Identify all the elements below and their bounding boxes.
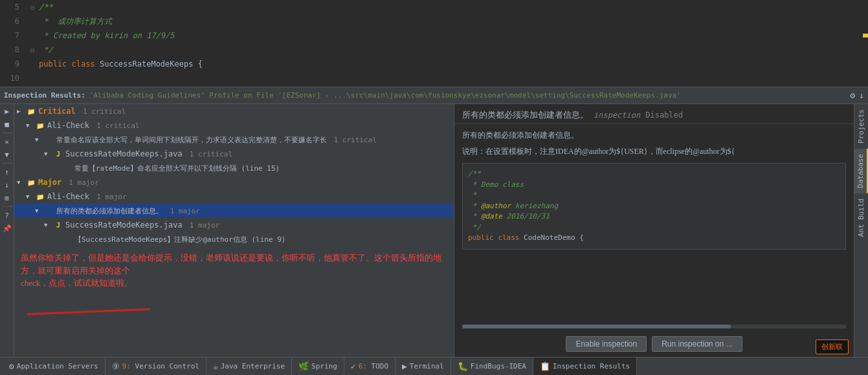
version-control-icon: ⑨ xyxy=(112,361,120,371)
findbugs-icon: 🐛 xyxy=(458,361,468,371)
tree-arrow-java-critical: ▼ xyxy=(44,151,53,157)
detail-header: 所有的类都必须添加创建者信息。 inspection Disabled xyxy=(454,104,854,124)
tree-arrow-java-major: ▼ xyxy=(44,222,53,228)
help-button[interactable]: ? xyxy=(1,209,13,221)
tree-item-class-info[interactable]: ▼ 所有的类都必须添加创建者信息。 1 major xyxy=(14,204,454,218)
inspection-results-label: Inspection Results xyxy=(553,362,630,370)
folder-icon-ali-critical: 📁 xyxy=(35,120,45,131)
inspection-profile-text: 'Alibaba Coding Guidelines' Profile on F… xyxy=(89,91,847,100)
tree-arrow-ali-major: ▼ xyxy=(26,193,35,200)
bottom-tab-inspection-results[interactable]: 📋 Inspection Results xyxy=(533,358,637,376)
settings-icon[interactable]: ⚙ xyxy=(850,91,855,100)
naming-icon xyxy=(44,134,54,145)
detail-code-block: /** * Demo class * * @author keriezhang … xyxy=(462,163,846,250)
tree-panel: ▶ 📁 Critical 1 critical ▼ 📁 Ali-Check 1 … xyxy=(14,104,454,357)
detail-scrollbar[interactable] xyxy=(462,325,846,328)
class-info-icon xyxy=(44,206,54,216)
detail-title: 所有的类都必须添加创建者信息。 xyxy=(462,109,588,121)
code-line-8: 8 ⊟ */ xyxy=(0,43,868,57)
down-button[interactable]: ↓ xyxy=(1,179,13,191)
disabled-label: Disabled xyxy=(645,111,683,120)
ant-build-tab[interactable]: Ant Build xyxy=(855,193,867,242)
bottom-tab-version-control[interactable]: ⑨ 9: Version Control xyxy=(106,358,206,376)
author-icon xyxy=(62,234,72,244)
tree-item-author-line[interactable]: ▶ 【SuccessRateModeKeeps】注释缺少@author信息 (l… xyxy=(14,232,454,246)
inspection-badge: inspection xyxy=(594,111,640,120)
left-toolbar: ▶ ■ ✕ ▼ ↑ ↓ ⊞ ? 📌 xyxy=(0,104,14,357)
tree-item-rate-mode[interactable]: ▶ 常量【rateMode】命名应全部大写并以下划线分隔 (line 15) xyxy=(14,161,454,175)
bottom-tab-app-servers[interactable]: ⚙ Application Servers xyxy=(3,358,106,376)
tree-arrow-ali-critical: ▼ xyxy=(26,122,35,129)
group-button[interactable]: ⊞ xyxy=(1,192,13,204)
inspection-results-icon: 📋 xyxy=(540,361,550,371)
inspection-bar-label: Inspection Results: xyxy=(4,91,85,100)
folder-icon-major: 📁 xyxy=(26,177,36,188)
rate-mode-icon xyxy=(62,163,72,173)
folder-icon-critical: 📁 xyxy=(26,106,36,116)
tree-item-ali-check-major[interactable]: ▼ 📁 Ali-Check 1 major xyxy=(14,189,454,204)
bottom-tab-java-enterprise[interactable]: ☕ Java Enterprise xyxy=(206,358,292,376)
terminal-icon: ▶ xyxy=(402,361,407,371)
rerun-button[interactable]: ▶ xyxy=(1,105,13,117)
tree-item-naming-rule[interactable]: ▼ 常量命名应该全部大写，单词间用下划线隔开，力求语义表达完整清楚，不要嫌名字长… xyxy=(14,133,454,147)
tree-item-java-file-major[interactable]: ▼ J SuccessRateModeKeeps.java 1 major xyxy=(14,218,454,232)
tree-item-ali-check-critical[interactable]: ▼ 📁 Ali-Check 1 critical xyxy=(14,118,454,133)
java-enterprise-icon: ☕ xyxy=(213,361,218,371)
tree-arrow-naming: ▼ xyxy=(35,136,44,143)
close-button[interactable]: ✕ xyxy=(1,136,13,147)
filter-button[interactable]: ▼ xyxy=(1,149,13,160)
tree-item-java-file-critical[interactable]: ▼ J SuccessRateModeKeeps.java 1 critical xyxy=(14,147,454,161)
tree-item-critical-root[interactable]: ▶ 📁 Critical 1 critical xyxy=(14,104,454,118)
bottom-tab-spring[interactable]: 🌿 Spring xyxy=(292,358,344,376)
detail-panel: 所有的类都必须添加创建者信息。 inspection Disabled 所有的类… xyxy=(454,104,854,357)
folder-icon-ali-major: 📁 xyxy=(35,191,45,202)
pin-button[interactable]: 📌 xyxy=(1,222,13,234)
detail-scroll-thumb[interactable] xyxy=(462,325,731,328)
bottom-tab-terminal[interactable]: ▶ Terminal xyxy=(395,358,451,376)
inspection-main: ▶ ■ ✕ ▼ ↑ ↓ ⊞ ? 📌 ▶ 📁 Critical 1 critica… xyxy=(0,104,868,357)
spring-icon: 🌿 xyxy=(298,361,309,371)
todo-icon: ✓ xyxy=(351,361,356,371)
app-servers-icon: ⚙ xyxy=(9,361,14,371)
code-line-6: 6 * 成功率计算方式 xyxy=(0,14,868,28)
export-icon[interactable]: ↓ xyxy=(859,91,864,100)
code-line-10: 10 xyxy=(0,71,868,85)
code-editor: 5 ⊟ /** 6 * 成功率计算方式 7 * Created by kirin… xyxy=(0,0,868,87)
java-icon-major: J xyxy=(53,220,63,230)
svg-line-1 xyxy=(27,301,150,314)
stop-button[interactable]: ■ xyxy=(1,118,13,130)
tree-arrow-critical: ▶ xyxy=(17,108,26,114)
detail-buttons: Enable inspection Run inspection on ... xyxy=(454,331,854,357)
bottom-tab-findbugs[interactable]: 🐛 FindBugs-IDEA xyxy=(451,358,533,376)
watermark: 创新联 xyxy=(816,339,849,354)
tree-arrow-class-info: ▼ xyxy=(35,208,44,214)
tree-arrow-major: ▼ xyxy=(17,179,26,186)
tree-item-major-root[interactable]: ▼ 📁 Major 1 major xyxy=(14,175,454,189)
database-tab[interactable]: Database xyxy=(854,149,868,193)
code-line-9: 9 public class SuccessRateModeKeeps { xyxy=(0,57,868,71)
bottom-tab-todo[interactable]: ✓ 6: TODO xyxy=(344,358,395,376)
right-side-panel: Projects Database Ant Build xyxy=(854,104,868,357)
run-inspection-button[interactable]: Run inspection on ... xyxy=(652,336,742,352)
projects-tab[interactable]: Projects xyxy=(855,104,867,149)
arrow-container xyxy=(14,295,454,332)
detail-body-note: 说明：在设置模板时，注意IDEA的@author为${USER}，而eclips… xyxy=(462,145,846,158)
red-annotation: 虽然你给关掉了，但是她还是会给你提示，没错，老师该说还是要说，你听不听，他真管不… xyxy=(14,246,454,295)
red-arrow-svg xyxy=(21,295,150,327)
inspection-bar: Inspection Results: 'Alibaba Coding Guid… xyxy=(0,87,868,104)
code-line-5: 5 ⊟ /** xyxy=(0,0,868,14)
up-button[interactable]: ↑ xyxy=(1,166,13,178)
java-icon-critical: J xyxy=(53,149,63,159)
detail-body-title: 所有的类都必须添加创建者信息。 xyxy=(462,129,846,142)
detail-body: 所有的类都必须添加创建者信息。 说明：在设置模板时，注意IDEA的@author… xyxy=(454,124,854,322)
enable-inspection-button[interactable]: Enable inspection xyxy=(566,336,647,352)
code-line-7: 7 * Created by kirin on 17/9/5 xyxy=(0,28,868,43)
bottom-bar: ⚙ Application Servers ⑨ 9: Version Contr… xyxy=(0,357,868,375)
